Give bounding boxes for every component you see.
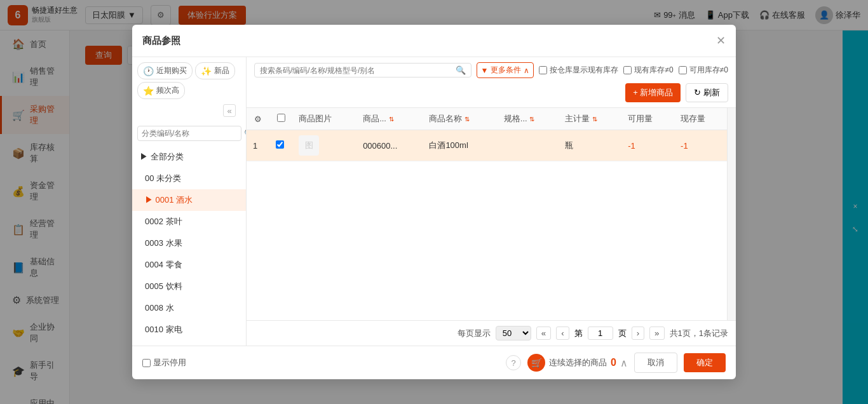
- frequent-btn[interactable]: ⭐ 频次高: [137, 82, 185, 99]
- category-collapse-btn[interactable]: «: [223, 104, 236, 117]
- category-search-input[interactable]: [137, 126, 241, 141]
- help-button[interactable]: ?: [506, 355, 521, 370]
- unit-sort-icon[interactable]: ⇅: [592, 116, 597, 123]
- filter-icon: ▼: [481, 66, 489, 75]
- table-col-spec: 规格... ⇅: [498, 108, 559, 130]
- confirm-button[interactable]: 确定: [684, 353, 726, 372]
- category-search-row: 🔍: [132, 126, 246, 146]
- category-quick-btns: 🕐 近期购买 ✨ 新品 ⭐ 频次高: [132, 62, 246, 104]
- page-input[interactable]: [588, 327, 613, 340]
- page-last-btn[interactable]: »: [649, 327, 664, 340]
- category-label-snack: 0004 零食: [145, 259, 182, 271]
- warehouse-stock-check[interactable]: [539, 66, 547, 74]
- category-item-uncategorized[interactable]: 00 未分类: [132, 168, 246, 189]
- product-search-input[interactable]: [260, 66, 453, 75]
- name-sort-icon[interactable]: ⇅: [465, 116, 470, 123]
- category-item-all[interactable]: ▶ 全部分类: [132, 146, 246, 168]
- select-all-checkbox[interactable]: [277, 114, 285, 122]
- table-col-name: 商品名称 ⇅: [423, 108, 497, 130]
- product-search-wrap: 🔍: [254, 63, 471, 77]
- modal-close-button[interactable]: ✕: [716, 34, 726, 48]
- code-sort-icon[interactable]: ⇅: [389, 116, 394, 123]
- category-label-drink: 0005 饮料: [145, 281, 182, 292]
- row-stock: -1: [674, 130, 727, 161]
- per-page-label: 每页显示: [458, 328, 491, 339]
- refresh-table-button[interactable]: ↻ 刷新: [686, 83, 728, 102]
- category-item-water[interactable]: 0008 水: [132, 297, 246, 319]
- page-total-info: 共1页，1条记录: [670, 328, 728, 339]
- category-label-tea: 0002 茶叶: [145, 216, 182, 227]
- cart-icon: 🛒: [527, 354, 545, 372]
- show-disabled-text: 显示停用: [153, 357, 186, 368]
- category-item-fruit[interactable]: 0003 水果: [132, 232, 246, 254]
- usable-stock-checkbox[interactable]: 可用库存≠0: [679, 65, 728, 76]
- filter-button[interactable]: ▼ 更多条件 ∧: [477, 62, 534, 78]
- row-img-cell: 图: [292, 130, 356, 161]
- add-product-button[interactable]: + 新增商品: [625, 83, 681, 102]
- table-scroll-area: ⚙ 商品图片 商品... ⇅: [247, 108, 736, 320]
- frequent-label: 频次高: [156, 85, 179, 96]
- category-label-fruit: 0003 水果: [145, 238, 182, 249]
- category-label-appliance: 0010 家电: [145, 324, 182, 335]
- table-col-code: 商品... ⇅: [356, 108, 423, 130]
- page-next-btn[interactable]: ›: [632, 327, 644, 340]
- footer-right: ? 🛒 连续选择的商品 0 ∧ 取消 确定: [506, 353, 726, 373]
- table-row[interactable]: 1 图 000600... 白酒100ml: [247, 130, 727, 161]
- category-item-snack[interactable]: 0004 零食: [132, 254, 246, 276]
- modal-body: 🕐 近期购买 ✨ 新品 ⭐ 频次高 «: [132, 57, 736, 346]
- row-checkbox-cell: [269, 130, 292, 161]
- available-stock-checkbox[interactable]: 现有库存≠0: [623, 65, 673, 76]
- row-unit: 瓶: [559, 130, 621, 161]
- table-col-settings: ⚙: [247, 108, 269, 130]
- category-label-water: 0008 水: [145, 302, 174, 314]
- table-header-row: ⚙ 商品图片 商品... ⇅: [247, 108, 727, 130]
- product-toolbar: 🔍 ▼ 更多条件 ∧ 按仓库显示现有库存 现有库存≠0: [247, 57, 736, 108]
- selected-collapse-arrow[interactable]: ∧: [620, 357, 628, 369]
- product-table: ⚙ 商品图片 商品... ⇅: [247, 108, 727, 161]
- filter-arrow-icon: ∧: [524, 66, 529, 75]
- page-first-btn[interactable]: «: [536, 327, 551, 340]
- table-scrollbar[interactable]: [727, 108, 736, 320]
- star-freq-icon: ⭐: [143, 86, 154, 96]
- spec-sort-icon[interactable]: ⇅: [529, 116, 534, 123]
- row-name: 白酒100ml: [423, 130, 497, 161]
- warehouse-stock-checkbox[interactable]: 按仓库显示现有库存: [539, 65, 618, 76]
- table-col-unit: 主计量 ⇅: [559, 108, 621, 130]
- recent-purchase-label: 近期购买: [156, 65, 187, 76]
- usable-stock-check[interactable]: [679, 66, 687, 74]
- available-stock-check[interactable]: [623, 66, 632, 74]
- table-col-available: 可用量: [621, 108, 674, 130]
- product-panel: 🔍 ▼ 更多条件 ∧ 按仓库显示现有库存 现有库存≠0: [247, 57, 736, 346]
- product-search-icon[interactable]: 🔍: [456, 65, 466, 75]
- category-label-uncategorized: 00 未分类: [145, 173, 181, 184]
- star-new-icon: ✨: [201, 66, 212, 76]
- category-item-tea[interactable]: 0002 茶叶: [132, 211, 246, 232]
- recent-purchase-btn[interactable]: 🕐 近期购买: [137, 62, 193, 79]
- selected-count: 0: [611, 357, 616, 368]
- page-label: 第: [574, 328, 583, 339]
- row-checkbox[interactable]: [276, 140, 284, 149]
- row-index: 1: [247, 130, 269, 161]
- cancel-button[interactable]: 取消: [634, 353, 677, 373]
- per-page-select[interactable]: 50 20 100: [496, 326, 531, 340]
- category-item-liquor[interactable]: ▶ 0001 酒水: [132, 189, 246, 211]
- selected-count-area: 🛒 连续选择的商品 0 ∧: [527, 354, 628, 372]
- filter-label: 更多条件: [491, 65, 521, 76]
- category-label-liquor: ▶ 0001 酒水: [145, 194, 193, 206]
- clock-icon: 🕐: [143, 66, 154, 76]
- product-reference-modal: 商品参照 ✕ 🕐 近期购买 ✨ 新品 ⭐ 频次高: [132, 25, 736, 379]
- show-disabled-checkbox[interactable]: [142, 359, 151, 367]
- modal-overlay: 商品参照 ✕ 🕐 近期购买 ✨ 新品 ⭐ 频次高: [0, 0, 868, 404]
- category-item-appliance[interactable]: 0010 家电: [132, 319, 246, 340]
- show-disabled-label[interactable]: 显示停用: [142, 357, 186, 368]
- new-product-btn[interactable]: ✨ 新品: [195, 62, 235, 79]
- pagination: 每页显示 50 20 100 « ‹ 第 页 › » 共1页，1条记录: [247, 320, 736, 346]
- table-settings-icon[interactable]: ⚙: [254, 114, 262, 124]
- table-col-img: 商品图片: [292, 108, 356, 130]
- category-item-drink[interactable]: 0005 饮料: [132, 276, 246, 297]
- toolbar-right: + 新增商品 ↻ 刷新: [625, 83, 728, 102]
- selected-text: 连续选择的商品: [549, 357, 607, 368]
- row-spec: [498, 130, 559, 161]
- modal-footer: 显示停用 ? 🛒 连续选择的商品 0 ∧ 取消 确定: [132, 346, 736, 379]
- page-prev-btn[interactable]: ‹: [556, 327, 569, 340]
